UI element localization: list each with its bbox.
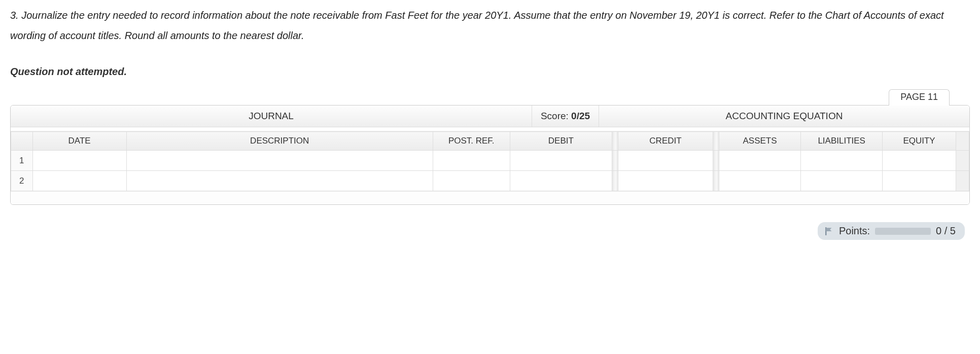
- cell-assets[interactable]: [719, 151, 800, 171]
- cell-gap: [612, 171, 618, 191]
- cell-credit[interactable]: [618, 171, 713, 191]
- cell-date[interactable]: [32, 171, 126, 191]
- attempt-status: Question not attempted.: [10, 66, 970, 78]
- cell-gap: [713, 151, 719, 171]
- points-label: Points:: [839, 225, 870, 237]
- cell-debit[interactable]: [510, 171, 612, 191]
- cell-equity[interactable]: [883, 151, 956, 171]
- journal-body: 1 2: [11, 151, 969, 191]
- table-row: 1: [11, 151, 969, 171]
- points-progress: [875, 228, 931, 235]
- cell-liabilities[interactable]: [801, 171, 883, 191]
- col-description: DESCRIPTION: [126, 132, 433, 151]
- cell-post-ref[interactable]: [433, 151, 510, 171]
- question-text: 3. Journalize the entry needed to record…: [10, 5, 970, 46]
- cell-liabilities[interactable]: [801, 151, 883, 171]
- col-gap: [612, 132, 618, 151]
- journal-table: DATE DESCRIPTION POST. REF. DEBIT CREDIT…: [11, 131, 969, 191]
- score-heading: Score: 0/25: [532, 105, 599, 127]
- col-debit: DEBIT: [510, 132, 612, 151]
- col-assets: ASSETS: [719, 132, 800, 151]
- cell-date[interactable]: [32, 151, 126, 171]
- question-number: 3.: [10, 10, 19, 21]
- cell-post-ref[interactable]: [433, 171, 510, 191]
- panel-footer: [11, 191, 969, 204]
- cell-assets[interactable]: [719, 171, 800, 191]
- cell-gap: [612, 151, 618, 171]
- col-scroll: [956, 132, 969, 151]
- cell-credit[interactable]: [618, 151, 713, 171]
- col-equity: EQUITY: [883, 132, 956, 151]
- cell-scroll[interactable]: [956, 151, 969, 171]
- points-pill: Points: 0 / 5: [818, 222, 965, 240]
- column-header-row: DATE DESCRIPTION POST. REF. DEBIT CREDIT…: [11, 132, 969, 151]
- col-post-ref: POST. REF.: [433, 132, 510, 151]
- cell-gap: [713, 171, 719, 191]
- score-value: 0/25: [571, 111, 590, 121]
- equation-heading: ACCOUNTING EQUATION: [599, 105, 969, 127]
- journal-heading: JOURNAL: [11, 105, 532, 127]
- score-label: Score:: [541, 111, 569, 121]
- cell-scroll[interactable]: [956, 171, 969, 191]
- row-number: 1: [11, 151, 33, 171]
- col-rownum: [11, 132, 33, 151]
- col-date: DATE: [32, 132, 126, 151]
- cell-description[interactable]: [126, 151, 433, 171]
- col-liabilities: LIABILITIES: [801, 132, 883, 151]
- header-spacer: [11, 127, 969, 131]
- cell-description[interactable]: [126, 171, 433, 191]
- cell-debit[interactable]: [510, 151, 612, 171]
- page-tab[interactable]: PAGE 11: [889, 89, 950, 105]
- question-body: Journalize the entry needed to record in…: [10, 10, 944, 41]
- col-credit: CREDIT: [618, 132, 713, 151]
- col-gap: [713, 132, 719, 151]
- panel-header: JOURNAL Score: 0/25 ACCOUNTING EQUATION: [11, 105, 969, 127]
- row-number: 2: [11, 171, 33, 191]
- points-value: 0 / 5: [936, 225, 956, 237]
- cell-equity[interactable]: [883, 171, 956, 191]
- flag-icon[interactable]: [825, 227, 834, 236]
- journal-panel: JOURNAL Score: 0/25 ACCOUNTING EQUATION …: [10, 105, 970, 205]
- table-row: 2: [11, 171, 969, 191]
